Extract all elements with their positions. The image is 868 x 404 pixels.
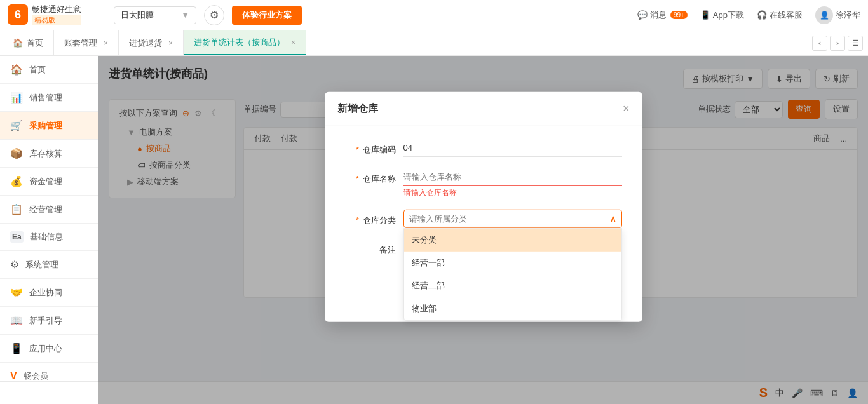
warehouse-code-input[interactable] <box>403 139 622 157</box>
trial-button[interactable]: 体验行业方案 <box>232 6 302 25</box>
warehouse-category-label: * 仓库分类 <box>345 210 396 226</box>
logo-icon: 6 <box>8 4 28 25</box>
warehouse-name-input[interactable] <box>403 168 622 186</box>
tab-purchase-return-label: 进货退货 <box>129 37 162 49</box>
sidebar-item-basic-info[interactable]: Ea 基础信息 <box>0 224 98 251</box>
dialog-close-button[interactable]: × <box>623 102 630 116</box>
chevron-down-icon: ▼ <box>181 10 189 20</box>
messages-badge: 99+ <box>670 11 688 19</box>
vip-icon: V <box>10 370 17 382</box>
warehouse-name-error: 请输入仓库名称 <box>403 187 622 198</box>
sidebar-label-purchase: 采购管理 <box>29 120 62 131</box>
logo-tag: 精易版 <box>32 15 81 25</box>
dialog-body: * 仓库编码 * 仓库名称 请输入仓库名称 <box>325 126 642 281</box>
guide-icon: 📖 <box>10 314 23 327</box>
sidebar-item-cooperation[interactable]: 🤝 企业协同 <box>0 279 98 307</box>
warehouse-code-row: * 仓库编码 <box>345 139 622 157</box>
app-download-item[interactable]: 📱 App下载 <box>700 10 744 21</box>
tab-purchase-return-close[interactable]: × <box>168 39 173 48</box>
sidebar-item-sales[interactable]: 📊 销售管理 <box>0 84 98 112</box>
app-download-label: App下载 <box>713 10 744 21</box>
tab-scroll-right[interactable]: › <box>830 36 845 51</box>
sidebar-label-finance: 资金管理 <box>29 176 62 187</box>
header-right: 💬 消息 99+ 📱 App下载 🎧 在线客服 👤 徐泽华 <box>637 6 860 24</box>
home-icon: 🏠 <box>10 64 23 76</box>
avatar: 👤 <box>815 6 833 24</box>
notes-label: 备注 <box>345 239 396 256</box>
sidebar-item-finance[interactable]: 💰 资金管理 <box>0 168 98 196</box>
sidebar-label-home: 首页 <box>29 64 46 76</box>
purchase-icon: 🛒 <box>10 119 23 131</box>
dropdown-item-ops2[interactable]: 经营二部 <box>404 274 621 297</box>
operations-icon: 📋 <box>10 203 23 215</box>
main-layout: 🏠 首页 📊 销售管理 🛒 采购管理 📦 库存核算 💰 资金管理 📋 经营管理 … <box>0 56 868 404</box>
sidebar-item-operations[interactable]: 📋 经营管理 <box>0 196 98 224</box>
tab-purchase-return[interactable]: 进货退货 × <box>119 30 184 55</box>
warehouse-category-input[interactable] <box>403 210 622 228</box>
tab-bar: 🏠 首页 账套管理 × 进货退货 × 进货单统计表（按商品） × ‹ › ☰ <box>0 30 868 56</box>
system-icon: ⚙ <box>10 259 19 271</box>
dialog-title: 新增仓库 <box>337 102 378 116</box>
headset-icon: 🎧 <box>757 10 767 20</box>
home-icon: 🏠 <box>13 38 23 48</box>
category-dropdown: 未分类 经营一部 经营二部 物业部 <box>403 228 622 321</box>
sidebar-item-apps[interactable]: 📱 应用中心 <box>0 335 98 363</box>
logo-name: 畅捷通好生意 <box>32 4 81 15</box>
sidebar-item-inventory[interactable]: 📦 库存核算 <box>0 140 98 168</box>
tab-purchase-stats-close[interactable]: × <box>291 38 295 47</box>
messages-label: 消息 <box>650 10 667 21</box>
tab-accounts[interactable]: 账套管理 × <box>54 30 119 55</box>
apps-icon: 📱 <box>10 342 23 354</box>
tab-accounts-close[interactable]: × <box>104 39 108 48</box>
tab-menu[interactable]: ☰ <box>848 36 863 51</box>
sidebar-label-inventory: 库存核算 <box>29 148 62 159</box>
sidebar-label-apps: 应用中心 <box>29 343 62 354</box>
dialog-header: 新增仓库 × <box>325 92 642 126</box>
sidebar-label-operations: 经营管理 <box>29 204 62 215</box>
tab-home[interactable]: 🏠 首页 <box>3 30 54 55</box>
online-service-item[interactable]: 🎧 在线客服 <box>757 10 803 21</box>
warehouse-name-row: * 仓库名称 请输入仓库名称 <box>345 168 622 198</box>
dropdown-item-ops1[interactable]: 经营一部 <box>404 252 621 274</box>
tab-accounts-label: 账套管理 <box>64 37 97 49</box>
sidebar-label-vip: 畅会员 <box>24 370 48 382</box>
warehouse-name-wrap: 请输入仓库名称 <box>403 168 622 198</box>
finance-icon: 💰 <box>10 175 23 187</box>
sidebar-item-purchase[interactable]: 🛒 采购管理 <box>0 112 98 140</box>
warehouse-code-label: * 仓库编码 <box>345 139 396 156</box>
username: 徐泽华 <box>836 10 860 21</box>
message-icon: 💬 <box>637 10 648 20</box>
sidebar-item-home[interactable]: 🏠 首页 <box>0 56 98 84</box>
tab-home-label: 首页 <box>27 37 43 49</box>
sidebar: 🏠 首页 📊 销售管理 🛒 采购管理 📦 库存核算 💰 资金管理 📋 经营管理 … <box>0 56 98 404</box>
messages-item[interactable]: 💬 消息 99+ <box>637 10 688 21</box>
dropdown-item-property[interactable]: 物业部 <box>404 297 621 320</box>
tab-controls: ‹ › ☰ <box>812 30 868 55</box>
sales-icon: 📊 <box>10 91 23 104</box>
inventory-icon: 📦 <box>10 147 23 159</box>
sidebar-item-guide[interactable]: 📖 新手引导 <box>0 307 98 335</box>
sidebar-label-sales: 销售管理 <box>29 92 62 104</box>
content-area: 进货单统计(按商品) 🖨 按模板打印 ▼ ⬇ 导出 ↻ 刷新 <box>98 56 868 404</box>
top-header: 6 畅捷通好生意 精易版 日太阳膜 ▼ ⚙ 体验行业方案 💬 消息 99+ 📱 … <box>0 0 868 30</box>
dropdown-item-uncategorized[interactable]: 未分类 <box>404 229 621 252</box>
tab-purchase-stats[interactable]: 进货单统计表（按商品） × <box>184 30 306 55</box>
sidebar-label-cooperation: 企业协同 <box>29 287 62 299</box>
warehouse-category-wrap: ∧ 未分类 经营一部 经营二部 <box>403 210 622 228</box>
gear-button[interactable]: ⚙ <box>204 5 224 25</box>
tab-purchase-stats-label: 进货单统计表（按商品） <box>194 37 285 48</box>
warehouse-name-label: * 仓库名称 <box>345 168 396 185</box>
new-warehouse-dialog: 新增仓库 × * 仓库编码 * <box>325 92 642 322</box>
sidebar-label-guide: 新手引导 <box>29 315 62 327</box>
sidebar-label-system: 系统管理 <box>25 259 58 271</box>
sidebar-item-system[interactable]: ⚙ 系统管理 <box>0 251 98 279</box>
logo-area: 6 畅捷通好生意 精易版 <box>8 4 106 26</box>
basic-info-icon: Ea <box>10 231 24 243</box>
phone-icon: 📱 <box>700 10 710 20</box>
tab-scroll-left[interactable]: ‹ <box>812 36 827 51</box>
user-item[interactable]: 👤 徐泽华 <box>815 6 860 24</box>
gear-icon: ⚙ <box>210 9 219 21</box>
store-selector[interactable]: 日太阳膜 ▼ <box>114 6 196 24</box>
store-name: 日太阳膜 <box>121 10 154 21</box>
cooperation-icon: 🤝 <box>10 286 23 299</box>
